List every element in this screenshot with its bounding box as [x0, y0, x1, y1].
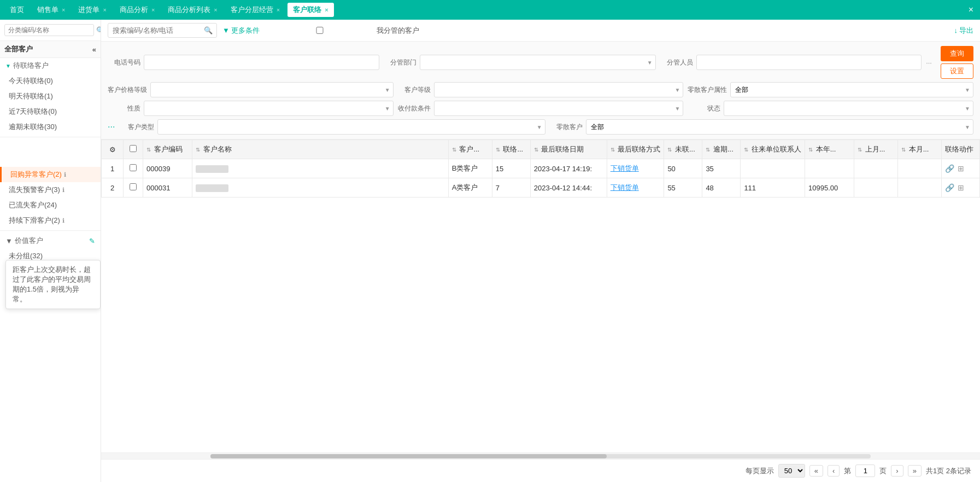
filter-branch-person-label: 分管人员 [660, 58, 693, 67]
type-sort-icon[interactable]: ⇅ [452, 147, 456, 153]
sidebar-divider-1 [0, 137, 101, 137]
all-customers-label: 全部客户 [4, 44, 33, 54]
settings-icon[interactable]: ⚙ [109, 146, 116, 154]
select-all-checkbox[interactable] [130, 145, 137, 152]
next-page-button[interactable]: › [891, 465, 903, 477]
sidebar-pending-group[interactable]: ▼ 待联络客户 [0, 58, 101, 73]
close-customer-contact-icon[interactable]: × [325, 7, 328, 13]
search-input[interactable] [108, 23, 217, 38]
filter-dots[interactable]: ··· [108, 122, 115, 132]
nav-customer-segment[interactable]: 客户分层经营 × [225, 3, 285, 17]
filter-price-level-select[interactable] [150, 82, 394, 97]
filter-row-3: 性质 ▼ 收付款条件 ▼ [108, 101, 973, 116]
date-sort-icon[interactable]: ⇅ [534, 147, 538, 153]
filter-retail-customer-select[interactable]: 全部 [586, 119, 973, 135]
close-customer-segment-icon[interactable]: × [277, 7, 280, 13]
row1-checkbox[interactable] [130, 164, 137, 171]
row2-grid-icon[interactable]: ⊞ [958, 183, 964, 192]
my-customers-checkbox-label[interactable]: 我分管的客户 [265, 26, 419, 36]
row2-date: 2023-04-12 14:44: [530, 178, 607, 198]
filter-phone-input[interactable] [144, 55, 379, 70]
filter-retail-attr-select[interactable]: 全部 [730, 82, 973, 97]
col-type-header: ⇅ 客户... [448, 140, 492, 159]
filter-customer-level-label: 客户等级 [398, 85, 431, 95]
sidebar-item-overdue[interactable]: 逾期未联络(30) [0, 119, 101, 135]
row1-link-icon[interactable]: 🔗 [945, 164, 954, 173]
filter-row-4: ··· 客户类型 ▼ 零散客户 全部 [108, 119, 973, 135]
filter-branch-dept-select[interactable] [420, 55, 655, 70]
row2-partner: 111 [741, 178, 805, 198]
filter-customer-level-select[interactable] [434, 82, 684, 97]
sidebar-item-declining[interactable]: 持续下滑客户(2) ℹ [0, 213, 101, 228]
nav-product-analysis[interactable]: 商品分析 × [114, 3, 160, 17]
sidebar-value-group[interactable]: ▼ 价值客户 ✎ [0, 233, 101, 248]
first-page-button[interactable]: « [809, 465, 823, 477]
code-sort-icon[interactable]: ⇅ [146, 147, 151, 153]
row1-method-link[interactable]: 下销货单 [611, 164, 639, 172]
query-button[interactable]: 查询 [941, 46, 973, 61]
lastmonth-sort-icon[interactable]: ⇅ [858, 147, 862, 153]
filter-customer-type-select[interactable] [157, 119, 545, 135]
setting-button[interactable]: 设置 [941, 63, 973, 79]
close-all-tabs-icon[interactable]: × [969, 5, 973, 15]
uncontact-sort-icon[interactable]: ⇅ [667, 147, 672, 153]
filter-bar: 🔍 ▼ 更多条件 我分管的客户 ↓ 导出 [101, 20, 980, 42]
close-product-analysis-list-icon[interactable]: × [214, 7, 217, 13]
row1-lastmonth [854, 159, 898, 178]
search-button-icon[interactable]: 🔍 [204, 26, 213, 34]
sidebar-item-lost-predicted[interactable]: 流失预警客户(3) ℹ [0, 182, 101, 198]
more-conditions-button[interactable]: ▼ 更多条件 [222, 26, 260, 36]
overdue-sort-icon[interactable]: ⇅ [706, 147, 710, 153]
thismonth-sort-icon[interactable]: ⇅ [901, 147, 906, 153]
nav-home[interactable]: 首页 [4, 3, 30, 17]
row1-grid-icon[interactable]: ⊞ [958, 164, 964, 173]
prev-page-button[interactable]: ‹ [828, 465, 840, 477]
row2-method-link[interactable]: 下销货单 [611, 183, 639, 191]
sidebar-item-today[interactable]: 今天待联络(0) [0, 73, 101, 89]
row2-link-icon[interactable]: 🔗 [945, 183, 954, 192]
nav-product-analysis-list[interactable]: 商品分析列表 × [162, 3, 222, 17]
my-customers-checkbox[interactable] [265, 27, 374, 34]
nav-purchase[interactable]: 进货单 × [73, 3, 112, 17]
pagination-footer: 每页显示 50 « ‹ 第 页 › » 共1页 2条记录 [101, 459, 980, 482]
sidebar-search-input[interactable] [4, 24, 94, 36]
row1-action-icons: 🔗 ⊞ [945, 164, 976, 173]
export-button[interactable]: ↓ 导出 [954, 26, 974, 36]
filter-branch-person-input[interactable] [696, 55, 922, 70]
row2-checkbox[interactable] [130, 183, 137, 190]
sidebar-item-7days[interactable]: 近7天待联络(0) [0, 104, 101, 119]
row1-date: 2023-04-17 14:19: [530, 159, 607, 178]
last-page-button[interactable]: » [908, 465, 922, 477]
value-edit-icon[interactable]: ✎ [89, 237, 95, 245]
page-size-select[interactable]: 50 [778, 464, 805, 478]
close-purchase-icon[interactable]: × [103, 7, 106, 13]
method-sort-icon[interactable]: ⇅ [611, 147, 615, 153]
contact-sort-icon[interactable]: ⇅ [496, 147, 500, 153]
partner-sort-icon[interactable]: ⇅ [744, 147, 748, 153]
branch-person-more-icon[interactable]: ··· [926, 59, 932, 67]
thisyear-sort-icon[interactable]: ⇅ [808, 147, 813, 153]
nav-customer-contact[interactable]: 客户联络 × [287, 3, 333, 17]
sidebar-search-icon[interactable]: 🔍 [96, 26, 101, 34]
row2-contact: 7 [492, 178, 530, 198]
filter-status-select[interactable] [724, 101, 973, 116]
filter-gender-select[interactable] [144, 101, 394, 116]
filter-actions: 查询 设置 [941, 46, 973, 79]
horizontal-scrollbar[interactable] [101, 452, 980, 459]
sidebar-collapse-icon[interactable]: « [92, 45, 96, 54]
close-product-analysis-icon[interactable]: × [151, 7, 155, 13]
col-overdue-header: ⇅ 逾期... [702, 140, 741, 159]
sidebar-item-repurchase-abnormal[interactable]: 回购异常客户(2) ℹ [0, 167, 101, 182]
filter-gender-field: 性质 ▼ [108, 101, 394, 116]
table-header-row: ⚙ ⇅ 客户编码 ⇅ 客户名称 [102, 140, 980, 159]
close-sales-icon[interactable]: × [62, 7, 65, 13]
filter-payment-select[interactable] [434, 101, 684, 116]
sidebar-item-already-lost[interactable]: 已流失客户(24) [0, 198, 101, 213]
name-sort-icon[interactable]: ⇅ [196, 147, 200, 153]
page-number-input[interactable] [855, 464, 875, 477]
filter-customer-type-field: 客户类型 ▼ [121, 119, 545, 135]
filter-status-label: 状态 [688, 104, 720, 113]
nav-sales[interactable]: 销售单 × [32, 3, 71, 17]
sidebar-item-tomorrow[interactable]: 明天待联络(1) [0, 89, 101, 104]
filter-retail-customer-field: 零散客户 全部 ▼ [550, 119, 973, 135]
